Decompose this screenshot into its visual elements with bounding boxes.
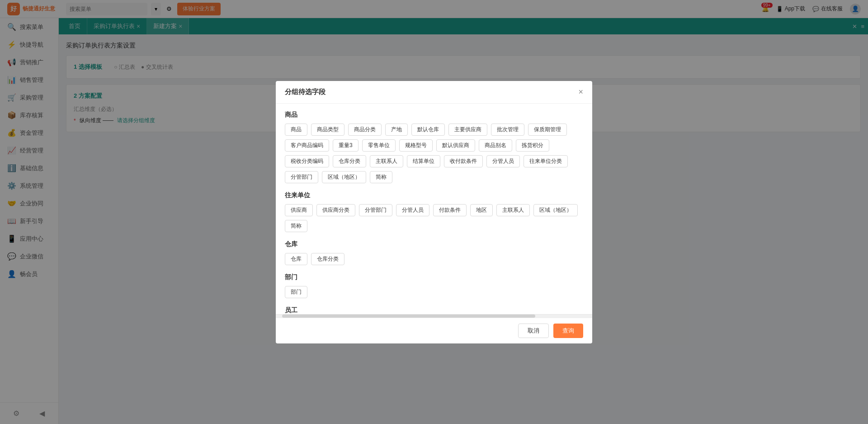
modal-body[interactable]: 商品 商品 商品类型 商品分类 产地 默认仓库 主要供应商 批次管理 保质期管理… xyxy=(276,104,592,314)
field-tag-goods-2[interactable]: 商品分类 xyxy=(348,124,382,136)
field-select-modal: 分组待选字段 × 商品 商品 商品类型 商品分类 产地 默认仓库 主要供应商 批… xyxy=(276,81,592,343)
field-tag-dept-0[interactable]: 部门 xyxy=(285,286,307,298)
field-tag-partner-3[interactable]: 分管人员 xyxy=(396,204,429,216)
field-tags-warehouse: 仓库 仓库分类 xyxy=(285,253,583,265)
modal-close-btn[interactable]: × xyxy=(578,87,583,97)
field-tag-goods-5[interactable]: 主要供应商 xyxy=(448,124,487,136)
field-tag-goods-8[interactable]: 客户商品编码 xyxy=(285,139,329,152)
field-tags-dept: 部门 xyxy=(285,286,583,298)
cancel-button[interactable]: 取消 xyxy=(518,324,549,338)
field-tag-goods-19[interactable]: 收付款条件 xyxy=(444,155,483,167)
field-tag-goods-14[interactable]: 拣货积分 xyxy=(516,139,549,152)
field-section-dept: 部门 部门 xyxy=(285,273,583,298)
field-tag-goods-4[interactable]: 默认仓库 xyxy=(411,124,445,136)
field-tag-goods-16[interactable]: 仓库分类 xyxy=(333,155,366,167)
field-tag-partner-7[interactable]: 区域（地区） xyxy=(533,204,578,216)
section-title-partner: 往来单位 xyxy=(285,191,583,200)
modal-overlay: 分组待选字段 × 商品 商品 商品类型 商品分类 产地 默认仓库 主要供应商 批… xyxy=(0,0,868,424)
field-tag-warehouse-0[interactable]: 仓库 xyxy=(285,253,307,265)
modal-header: 分组待选字段 × xyxy=(276,81,592,104)
field-tag-partner-5[interactable]: 地区 xyxy=(470,204,493,216)
field-section-goods: 商品 商品 商品类型 商品分类 产地 默认仓库 主要供应商 批次管理 保质期管理… xyxy=(285,111,583,183)
field-tag-goods-7[interactable]: 保质期管理 xyxy=(528,124,567,136)
field-section-partner: 往来单位 供应商 供应商分类 分管部门 分管人员 付款条件 地区 主联系人 区域… xyxy=(285,191,583,232)
field-tag-goods-10[interactable]: 零售单位 xyxy=(362,139,396,152)
field-tag-goods-23[interactable]: 区域（地区） xyxy=(322,171,366,183)
field-tag-partner-0[interactable]: 供应商 xyxy=(285,204,313,216)
section-title-dept: 部门 xyxy=(285,273,583,281)
field-tag-goods-9[interactable]: 重量3 xyxy=(333,139,359,152)
field-tag-goods-15[interactable]: 税收分类编码 xyxy=(285,155,329,167)
section-title-warehouse: 仓库 xyxy=(285,240,583,248)
field-tag-goods-22[interactable]: 分管部门 xyxy=(285,171,318,183)
modal-footer: 取消 查询 xyxy=(276,318,592,343)
field-tag-warehouse-1[interactable]: 仓库分类 xyxy=(311,253,344,265)
field-section-warehouse: 仓库 仓库 仓库分类 xyxy=(285,240,583,265)
field-tags-partner: 供应商 供应商分类 分管部门 分管人员 付款条件 地区 主联系人 区域（地区） … xyxy=(285,204,583,232)
field-tag-goods-20[interactable]: 分管人员 xyxy=(486,155,520,167)
field-tag-goods-13[interactable]: 商品别名 xyxy=(479,139,512,152)
field-tag-partner-8[interactable]: 简称 xyxy=(285,220,307,232)
field-tag-goods-17[interactable]: 主联系人 xyxy=(370,155,403,167)
field-tag-partner-6[interactable]: 主联系人 xyxy=(496,204,530,216)
section-title-goods: 商品 xyxy=(285,111,583,119)
modal-title: 分组待选字段 xyxy=(285,88,326,96)
field-tag-partner-4[interactable]: 付款条件 xyxy=(433,204,467,216)
modal-horizontal-scrollbar[interactable] xyxy=(276,314,592,317)
field-tag-goods-3[interactable]: 产地 xyxy=(385,124,408,136)
field-tag-partner-2[interactable]: 分管部门 xyxy=(359,204,392,216)
field-tag-goods-24[interactable]: 简称 xyxy=(370,171,392,183)
field-section-employee: 员工 业务员 xyxy=(285,306,583,314)
confirm-button[interactable]: 查询 xyxy=(553,324,583,338)
field-tags-goods: 商品 商品类型 商品分类 产地 默认仓库 主要供应商 批次管理 保质期管理 客户… xyxy=(285,124,583,183)
section-title-employee: 员工 xyxy=(285,306,583,314)
field-tag-goods-6[interactable]: 批次管理 xyxy=(491,124,524,136)
field-tag-goods-12[interactable]: 默认供应商 xyxy=(436,139,475,152)
modal-hscroll-thumb xyxy=(282,314,535,317)
field-tag-goods-0[interactable]: 商品 xyxy=(285,124,307,136)
field-tag-goods-18[interactable]: 结算单位 xyxy=(407,155,440,167)
field-tag-goods-21[interactable]: 往来单位分类 xyxy=(524,155,568,167)
field-tag-goods-11[interactable]: 规格型号 xyxy=(399,139,433,152)
field-tag-goods-1[interactable]: 商品类型 xyxy=(311,124,344,136)
field-tag-partner-1[interactable]: 供应商分类 xyxy=(316,204,355,216)
